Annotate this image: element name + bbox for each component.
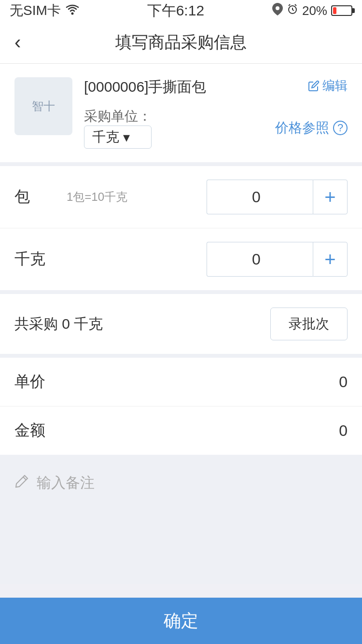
- bag-input-row: 包 1包=10千克 +: [0, 166, 362, 228]
- remark-area[interactable]: 输入备注: [0, 459, 362, 584]
- bag-sub-label: 1包=10千克: [67, 189, 127, 205]
- bag-input[interactable]: [207, 180, 313, 214]
- battery-icon: [331, 5, 352, 16]
- kg-label: 千克: [14, 249, 63, 270]
- edit-button[interactable]: 编辑: [308, 77, 348, 94]
- price-ref-button[interactable]: 价格参照 ?: [275, 119, 348, 137]
- kg-input-row: 千克 +: [0, 228, 362, 290]
- amount-row: 金额 0: [0, 406, 362, 459]
- status-bar: 无SIM卡 下午6:12 20%: [0, 0, 362, 21]
- unit-price-label: 单价: [14, 371, 45, 392]
- product-logo-text: 智十: [32, 98, 55, 114]
- location-icon: [272, 3, 283, 19]
- bag-input-group: +: [207, 180, 348, 214]
- alarm-icon: [287, 3, 298, 18]
- status-time: 下午6:12: [147, 1, 204, 21]
- product-unit-row: 采购单位： 千克 ▾ 价格参照 ?: [84, 107, 348, 149]
- unit-section: 采购单位： 千克 ▾: [84, 107, 152, 149]
- amount-label: 金额: [14, 420, 45, 441]
- product-name: [0000006]手撕面包: [84, 77, 206, 97]
- page-title: 填写商品采购信息: [115, 31, 247, 54]
- record-batch-button[interactable]: 录批次: [270, 308, 348, 340]
- svg-point-1: [276, 6, 279, 10]
- product-info: [0000006]手撕面包 编辑 采购单位： 千克 ▾: [84, 77, 348, 149]
- nav-bar: ‹ 填写商品采购信息: [0, 21, 362, 64]
- kg-input[interactable]: [207, 242, 313, 277]
- quantity-section: 包 1包=10千克 + 千克 +: [0, 166, 362, 294]
- product-image: 智十: [14, 77, 72, 135]
- price-ref-label: 价格参照: [275, 119, 329, 137]
- help-icon: ?: [333, 121, 348, 135]
- unit-price-row: 单价 0: [0, 358, 362, 406]
- edit-label: 编辑: [322, 77, 348, 94]
- unit-price-value: 0: [339, 373, 348, 391]
- product-header: [0000006]手撕面包 编辑: [84, 77, 348, 97]
- summary-row: 共采购 0 千克 录批次: [0, 294, 362, 358]
- back-button[interactable]: ‹: [14, 31, 21, 53]
- pencil-icon: [14, 474, 29, 492]
- confirm-button[interactable]: 确定: [0, 598, 362, 644]
- kg-plus-button[interactable]: +: [313, 242, 348, 277]
- status-right: 20%: [272, 3, 352, 19]
- kg-input-group: +: [207, 242, 348, 277]
- battery-fill: [333, 7, 336, 14]
- summary-text: 共采购 0 千克: [14, 314, 103, 334]
- bag-label: 包: [14, 186, 63, 208]
- unit-value: 千克: [92, 128, 119, 146]
- svg-point-0: [71, 13, 73, 15]
- amount-value: 0: [339, 422, 348, 440]
- wifi-icon: [66, 3, 79, 18]
- carrier-label: 无SIM卡: [10, 1, 61, 20]
- dropdown-arrow-icon: ▾: [123, 129, 130, 145]
- status-left: 无SIM卡: [10, 1, 79, 20]
- unit-label: 采购单位：: [84, 109, 152, 124]
- page-content: 智十 [0000006]手撕面包 编辑 采购单位： 千克 ▾: [0, 64, 362, 630]
- bag-plus-button[interactable]: +: [313, 180, 348, 214]
- product-card: 智十 [0000006]手撕面包 编辑 采购单位： 千克 ▾: [0, 64, 362, 166]
- remark-placeholder: 输入备注: [37, 473, 95, 493]
- battery-percentage: 20%: [302, 3, 327, 18]
- unit-select[interactable]: 千克 ▾: [84, 126, 152, 149]
